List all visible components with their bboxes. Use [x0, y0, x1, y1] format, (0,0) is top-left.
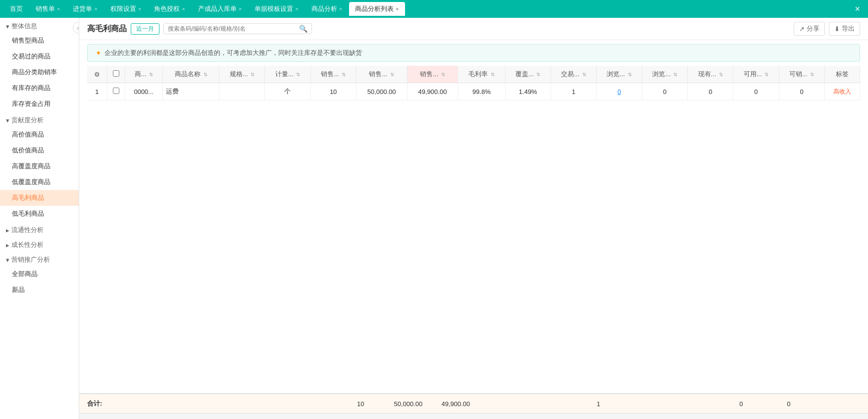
search-input[interactable] [168, 25, 297, 32]
cell-sales-profit: 49,900.00 [407, 83, 458, 100]
col-sales-profit[interactable]: 销售... ⇅ [407, 66, 458, 83]
sidebar-item-category-assist-rate[interactable]: 商品分类助销率 [0, 64, 79, 80]
footer-current-stock: 0 [717, 400, 765, 408]
sort-icon: ⇅ [765, 72, 768, 77]
export-icon: ⬇ [834, 25, 840, 33]
close-icon[interactable]: × [182, 6, 185, 12]
col-tag: 标签 [824, 66, 860, 83]
tab-template-settings[interactable]: 单据模板设置 × [249, 2, 304, 16]
cell-browse2: 0 [642, 83, 688, 100]
tab-purchase-order[interactable]: 进货单 × [67, 2, 103, 16]
window-close-button[interactable]: × [851, 4, 864, 14]
cell-seq: 1 [87, 83, 107, 100]
sidebar-item-low-coverage[interactable]: 低覆盖度商品 [0, 174, 79, 190]
col-browse2[interactable]: 浏览... ⇅ [642, 66, 688, 83]
sidebar-item-sales-products[interactable]: 销售型商品 [0, 33, 79, 48]
tab-role-auth[interactable]: 角色授权 × [148, 2, 191, 16]
cell-gross-rate: 99.8% [458, 83, 505, 100]
sort-icon: ⇅ [582, 72, 586, 77]
sort-icon: ⇅ [536, 72, 540, 77]
close-icon[interactable]: × [57, 6, 60, 12]
sidebar-group-circulation[interactable]: ▸ 流通性分析 [0, 222, 79, 236]
close-icon[interactable]: × [239, 6, 242, 12]
chevron-right-icon: ▸ [6, 227, 9, 234]
content-header: 高毛利商品 近一月 🔍 ↗ 分享 ⬇ 导出 [79, 18, 868, 40]
sidebar-group-marketing[interactable]: ▾ 营销推广分析 [0, 251, 79, 266]
tab-sales-order[interactable]: 销售单 × [30, 2, 66, 16]
tab-permission-settings[interactable]: 权限设置 × [104, 2, 147, 16]
content-area: 高毛利商品 近一月 🔍 ↗ 分享 ⬇ 导出 ✦ 企业的主要的利润都是这部分商品创… [79, 18, 868, 419]
sidebar-item-high-margin[interactable]: 高毛利商品 [0, 190, 79, 206]
export-button[interactable]: ⬇ 导出 [829, 22, 860, 36]
sidebar-item-low-value[interactable]: 低价值商品 [0, 142, 79, 158]
sidebar-item-high-coverage[interactable]: 高覆盖度商品 [0, 158, 79, 174]
col-seq: ⚙ [87, 66, 107, 83]
col-saleable-stock[interactable]: 可销... ⇅ [779, 66, 824, 83]
close-icon[interactable]: × [295, 6, 298, 12]
sort-icon: ⇅ [628, 72, 632, 77]
sidebar-group-growth[interactable]: ▸ 成长性分析 [0, 236, 79, 251]
tab-home[interactable]: 首页 [4, 2, 29, 16]
col-browse1[interactable]: 浏览... ⇅ [596, 66, 642, 83]
footer-label: 合计: [87, 399, 147, 408]
cell-code: 0000... [125, 83, 163, 100]
col-current-stock[interactable]: 现有... ⇅ [688, 66, 733, 83]
footer-summary: 合计: 10 50,000.00 49,900.00 1 0 0 [79, 393, 868, 413]
col-code[interactable]: 商... ⇅ [125, 66, 163, 83]
col-name[interactable]: 商品名称 ⇅ [163, 66, 219, 83]
col-transaction[interactable]: 交易... ⇅ [551, 66, 596, 83]
cell-transaction: 1 [551, 83, 596, 100]
sidebar-item-new-products[interactable]: 新品 [0, 282, 79, 298]
row-checkbox[interactable] [113, 88, 119, 94]
cell-checkbox[interactable] [107, 83, 125, 100]
settings-icon[interactable]: ⚙ [94, 71, 100, 78]
search-box: 🔍 [163, 23, 312, 34]
cell-name: 运费 [163, 83, 219, 100]
col-unit[interactable]: 计量... ⇅ [265, 66, 310, 83]
search-icon[interactable]: 🔍 [299, 25, 307, 33]
close-icon[interactable]: × [94, 6, 97, 12]
cell-unit: 个 [265, 83, 310, 100]
sidebar-item-low-margin[interactable]: 低毛利商品 [0, 206, 79, 222]
col-sales-qty[interactable]: 销售... ⇅ [310, 66, 356, 83]
sort-icon: ⇅ [296, 72, 300, 77]
sort-icon: ⇅ [810, 72, 814, 77]
col-sales-amount[interactable]: 销售... ⇅ [356, 66, 407, 83]
sidebar: « ▾ 整体信息 销售型商品 交易过的商品 商品分类助销率 有库存的商品 库存资… [0, 18, 79, 419]
col-spec[interactable]: 规格... ⇅ [219, 66, 265, 83]
tab-product-inbound[interactable]: 产成品入库单 × [192, 2, 248, 16]
select-all-checkbox[interactable] [113, 70, 119, 77]
horizontal-scrollbar[interactable] [79, 413, 868, 419]
chevron-down-icon: ▾ [6, 23, 9, 30]
cell-saleable-stock: 0 [779, 83, 824, 100]
sidebar-item-traded-products[interactable]: 交易过的商品 [0, 48, 79, 64]
table-container: ⚙ 商... ⇅ 商品名称 ⇅ [87, 66, 860, 393]
table-header-row: ⚙ 商... ⇅ 商品名称 ⇅ [87, 66, 860, 83]
time-filter-button[interactable]: 近一月 [131, 23, 159, 35]
tab-product-analysis-list[interactable]: 商品分析列表 × [349, 2, 405, 16]
col-coverage[interactable]: 覆盖... ⇅ [505, 66, 551, 83]
sidebar-group-contribution[interactable]: ▾ 贡献度分析 [0, 112, 79, 127]
col-available-stock[interactable]: 可用... ⇅ [733, 66, 779, 83]
col-gross-rate[interactable]: 毛利率 ⇅ [458, 66, 505, 83]
share-button[interactable]: ↗ 分享 [794, 22, 825, 36]
sidebar-item-stock-capital[interactable]: 库存资金占用 [0, 96, 79, 112]
tab-product-analysis[interactable]: 商品分析 × [306, 2, 348, 16]
sidebar-group-overall[interactable]: ▾ 整体信息 [0, 18, 79, 33]
top-nav: 首页 销售单 × 进货单 × 权限设置 × 角色授权 × 产成品入库单 × 单据… [0, 0, 868, 18]
sidebar-item-stocked-products[interactable]: 有库存的商品 [0, 80, 79, 96]
main-layout: « ▾ 整体信息 销售型商品 交易过的商品 商品分类助销率 有库存的商品 库存资… [0, 18, 868, 419]
cell-coverage: 1.49% [505, 83, 551, 100]
cell-current-stock: 0 [688, 83, 733, 100]
footer-transaction: 1 [575, 400, 622, 408]
close-icon[interactable]: × [396, 6, 399, 12]
sort-icon: ⇅ [390, 72, 394, 77]
sidebar-item-high-value[interactable]: 高价值商品 [0, 127, 79, 142]
close-icon[interactable]: × [138, 6, 141, 12]
close-icon[interactable]: × [339, 6, 342, 12]
sort-icon: ⇅ [342, 72, 346, 77]
sidebar-item-all-products[interactable]: 全部商品 [0, 266, 79, 282]
cell-browse1[interactable]: 0 [596, 83, 642, 100]
chevron-down-icon: ▾ [6, 117, 9, 124]
sort-icon: ⇅ [251, 72, 255, 77]
